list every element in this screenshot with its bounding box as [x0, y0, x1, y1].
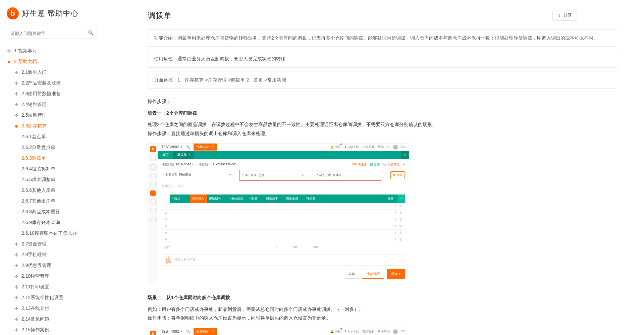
nav-2-11[interactable]: ✚2.11打印设置 — [14, 282, 97, 292]
mock-nav-icon — [150, 156, 156, 161]
close-icon: × — [189, 152, 190, 158]
info-function: 功能介绍：调拨单用来处理仓库间货物的转移业务。支持2个仓库间的调拨，也支持多个仓… — [148, 29, 617, 47]
scene2-heading: 场景二：从1个仓库同时向多个仓库调拨 — [148, 293, 617, 302]
mock-nav-icon — [150, 182, 156, 187]
note-icon: ≡备注说明 — [165, 257, 172, 263]
screenshot-1: b TEST-H002▼ 🔍 查看快捷一下 — [148, 143, 409, 283]
mock-nav-icon — [150, 164, 156, 170]
nav-2-6-2[interactable]: 2.6.2分量盘点单 — [21, 142, 97, 153]
scene1-heading: 场景一：2个仓库间调拨 — [148, 109, 617, 118]
mock-nav-icon — [150, 208, 156, 213]
plus-icon: ✚ — [14, 274, 19, 279]
brand-logo: b — [7, 7, 19, 19]
mock-cancel-button: 放弃 — [344, 269, 359, 279]
nav-2-15[interactable]: ✚2.15操作案例 — [14, 325, 97, 335]
nav-2-6-3[interactable]: 2.6.3调拨单 — [21, 153, 97, 164]
nav-2-8[interactable]: ✚2.8手机旺铺 — [14, 249, 97, 260]
plus-icon: ✚ — [14, 253, 19, 257]
mock-nav-icon — [150, 199, 156, 205]
nav-2-6-9[interactable]: 2.6.9库存账本查询 — [21, 217, 97, 228]
plus-icon: ✚ — [14, 328, 19, 332]
nav-2-1[interactable]: ✚2.1新手入门 — [14, 67, 97, 78]
screenshot-2: b TEST-H002▼ 🔍 查看快捷一下 🔔 消息 ⬇ App下载 在线客服 … — [148, 328, 409, 335]
page-title: 调拨单 — [148, 10, 172, 21]
bell-icon: 🔔 消息 — [330, 144, 341, 150]
nav-2-7[interactable]: ✚2.7资金管理 — [14, 239, 97, 249]
brand-row: b 好生意 帮助中心 — [7, 7, 97, 19]
nav-2-4[interactable]: ✚2.4销售管理 — [14, 99, 97, 110]
mock-nav-icon — [150, 190, 156, 196]
plus-icon: ✚ — [14, 285, 19, 289]
plus-icon: ✚ — [14, 263, 19, 268]
avatar-icon — [393, 145, 398, 150]
plus-icon: ✚ — [14, 102, 19, 107]
mock-logo-icon: b — [150, 331, 156, 335]
nav-2-6-10[interactable]: 2.6.10库存账本错了怎么办 — [21, 228, 97, 239]
nav-2-6-1[interactable]: 2.6.1盘点单 — [21, 131, 97, 142]
mock-draft-button: 保存草稿 — [362, 269, 384, 279]
search-box: 🔍 — [7, 28, 97, 39]
plus-icon: ✚ — [14, 113, 19, 118]
mock-nav-icon — [150, 217, 156, 222]
minus-icon: ● — [7, 59, 11, 64]
sidebar: b 好生意 帮助中心 🔍 ✚1.视频学习 ●2.帮助文档 ✚2.1新手入门 ✚2… — [0, 0, 104, 335]
close-icon: × — [401, 151, 409, 159]
search-icon: 🔍 — [186, 144, 190, 150]
nav-2-12[interactable]: ✚2.12系统个性化设置 — [14, 292, 97, 303]
info-role: 使用角色：通常由业务人员发起调拨，仓管人员完成实物的转移 — [148, 50, 617, 67]
share-icon: ⇪ — [557, 13, 561, 18]
nav-2-6-8[interactable]: 2.6.8商品成本重算 — [21, 207, 97, 217]
nav-2-6[interactable]: ●2.6库存核算 — [14, 121, 97, 131]
expand-icon: ⛶ — [397, 194, 405, 203]
mock-logo-icon: b — [150, 146, 156, 152]
mock-nav-icon — [150, 173, 156, 178]
nav-2-9[interactable]: ✚2.9优惠券管理 — [14, 260, 97, 271]
plus-icon: ✚ — [14, 242, 19, 246]
plus-icon: ✚ — [7, 49, 11, 53]
nav-2-6-7[interactable]: 2.6.7其他出库单 — [21, 196, 97, 207]
mock-orange-button: 查看快捷一下 — [194, 144, 217, 151]
nav-2-6-4[interactable]: 2.6.4组装拆卸单 — [21, 164, 97, 174]
plus-icon: ✚ — [14, 306, 19, 311]
nav-2-3[interactable]: ✚2.3使用前数据准备 — [14, 89, 97, 99]
search-input[interactable] — [7, 28, 97, 39]
download-icon: ⬇ App下载 — [344, 144, 359, 150]
nav-2-10[interactable]: ✚2.10经营管理 — [14, 271, 97, 282]
minus-icon: ● — [14, 124, 19, 128]
brand-title: 好生意 帮助中心 — [22, 8, 78, 18]
plus-icon: ✚ — [14, 317, 19, 322]
plus-icon: ✚ — [14, 92, 19, 96]
share-button[interactable]: ⇪ 分享 — [552, 10, 577, 21]
mock-store-select: TEST-H002▼ — [161, 144, 183, 150]
nav-2-14[interactable]: ✚2.14常见问题 — [14, 314, 97, 325]
download-icon: ⬇ — [394, 203, 397, 209]
nav-2-6-5[interactable]: 2.6.5成本调整单 — [21, 174, 97, 185]
info-path: 页面路径：1、库存核算->库存管理->调拨单 2、首页->常用功能 — [148, 71, 617, 89]
plus-icon: ✚ — [14, 70, 19, 75]
mock-tab-home: 首页 — [158, 151, 173, 159]
section-1: 操作步骤： 场景一：2个仓库间调拨 处理2个仓库之间的商品调拨，在调拨过程中不会… — [148, 97, 617, 335]
delete-icon: 🗑 — [399, 203, 402, 209]
main-content: 调拨单 ⇪ 分享 功能介绍：调拨单用来处理仓库间货物的转移业务。支持2个仓库间的… — [104, 0, 644, 335]
nav-2-13[interactable]: ✚2.13在线支付 — [14, 303, 97, 314]
mock-tab-active: 调拨单× — [173, 151, 194, 159]
nav-video-learning[interactable]: ✚1.视频学习 — [7, 46, 97, 56]
plus-icon: ✚ — [14, 81, 19, 86]
mock-save-button: 保存 ▾ — [387, 269, 405, 279]
plus-icon: ✚ — [14, 295, 19, 300]
nav-2-2[interactable]: ✚2.2产品安装及登录 — [14, 78, 97, 89]
nav-2-5[interactable]: ✚2.5采购管理 — [14, 110, 97, 121]
mock-setting-button: ⚙ 设置 — [390, 171, 405, 179]
nav-2-6-6[interactable]: 2.6.6其他入库单 — [21, 185, 97, 196]
search-icon[interactable]: 🔍 — [88, 30, 94, 36]
nav-help-docs[interactable]: ●2.帮助文档 — [7, 56, 97, 67]
